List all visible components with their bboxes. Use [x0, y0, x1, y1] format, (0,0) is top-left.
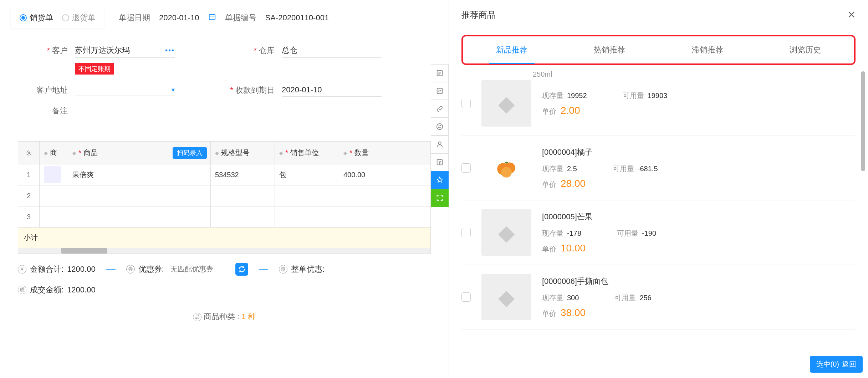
star-icon	[436, 176, 444, 184]
scroll-thumb[interactable]	[61, 248, 107, 254]
user-icon	[436, 141, 444, 148]
table-row[interactable]: 2	[18, 185, 430, 206]
coupon-input[interactable]	[168, 263, 232, 275]
unit-cell[interactable]	[275, 206, 339, 227]
recommend-list[interactable]: 250ml ◆ 现存量19952 可用量19903 单价2.00	[449, 70, 868, 378]
price-label: 单价	[542, 310, 556, 317]
recommend-item[interactable]: [0000004]橘子 现存量2.5 可用量-681.5 单价28.00	[461, 136, 856, 200]
favorite-tool-button[interactable]	[431, 171, 449, 189]
tab-new[interactable]: 新品推荐	[485, 38, 538, 62]
item-name: [0000006]手撕面包	[542, 276, 856, 287]
spec-cell[interactable]: 534532	[211, 164, 275, 185]
panel-header: 推荐商品 ✕	[449, 0, 868, 30]
recommend-item[interactable]: ◆ 现存量19952 可用量19903 单价2.00	[461, 71, 856, 136]
list-icon	[436, 69, 444, 77]
doc-date-value[interactable]: 2020-01-10	[159, 13, 199, 22]
chevron-down-icon[interactable]: ▾	[172, 86, 175, 94]
product-name-cell[interactable]	[68, 185, 211, 206]
radio-icon	[20, 14, 27, 21]
warehouse-field[interactable]: 总仓	[282, 43, 382, 58]
refresh-button[interactable]	[235, 263, 248, 276]
spec-column[interactable]: ◆规格型号	[211, 142, 275, 164]
tab-slow[interactable]: 滞销推荐	[681, 38, 734, 62]
spec-cell[interactable]	[211, 185, 275, 206]
product-thumb-cell	[40, 206, 68, 227]
table-row[interactable]: 1 果倍爽 534532 包 400.00	[18, 164, 430, 185]
doc-type-radio-group: 销货单 退货单	[11, 7, 104, 29]
radio-sales-order[interactable]: 销货单	[20, 12, 53, 23]
stock-value: 2.5	[567, 165, 577, 173]
qty-cell[interactable]	[339, 185, 382, 206]
remark-field[interactable]	[75, 109, 253, 113]
currency-tool-button[interactable]	[431, 153, 449, 171]
radio-label: 退货单	[72, 12, 96, 23]
doc-date-label: 单据日期	[119, 12, 150, 23]
item-checkbox[interactable]	[461, 292, 471, 302]
user-tool-button[interactable]	[431, 136, 449, 153]
settings-column[interactable]	[18, 142, 40, 164]
qty-column[interactable]: ◆*数量	[339, 142, 382, 164]
selected-return-button[interactable]: 选中(0) 返回	[810, 356, 863, 373]
svg-point-9	[501, 167, 512, 178]
vertical-scrollbar[interactable]	[861, 71, 865, 171]
ellipsis-icon[interactable]: •••	[165, 46, 175, 55]
tab-hot[interactable]: 热销推荐	[583, 38, 636, 62]
recommend-item[interactable]: ◆ [0000005]芒果 现存量-178 可用量-190 单价10.00	[461, 200, 856, 265]
horizontal-scrollbar[interactable]	[18, 248, 430, 254]
avail-label: 可用量	[617, 229, 638, 237]
item-checkbox[interactable]	[461, 99, 471, 108]
product-image: ◆	[481, 209, 531, 256]
customer-field[interactable]: 苏州万达沃尔玛 •••	[75, 43, 175, 58]
col-label: 数量	[354, 148, 369, 158]
table-row[interactable]: 3	[18, 206, 430, 228]
qty-cell[interactable]	[339, 206, 382, 227]
discount-icon: 惠	[279, 265, 287, 274]
close-button[interactable]: ✕	[847, 9, 856, 21]
stock-label: 现存量	[542, 92, 563, 99]
unit-cell[interactable]	[275, 185, 339, 206]
footer-summary: 品 商品种类 : 1 种	[0, 304, 449, 329]
product-column[interactable]: ◆*商品 扫码录入	[68, 142, 211, 164]
radio-icon	[62, 14, 69, 21]
expand-tool-button[interactable]	[431, 189, 449, 207]
unit-column[interactable]: ◆*销售单位	[275, 142, 339, 164]
image-column[interactable]: ◆商	[40, 142, 68, 164]
product-image: ◆	[481, 274, 531, 320]
recommend-tabs: 新品推荐 热销推荐 滞销推荐 浏览历史	[463, 38, 854, 62]
scan-input-button[interactable]: 扫码录入	[173, 147, 207, 159]
total-amount: ¥ 金额合计: 1200.00	[18, 264, 96, 275]
item-checkbox[interactable]	[461, 163, 471, 173]
spec-cell[interactable]	[211, 206, 275, 227]
deal-icon: 成	[18, 286, 26, 294]
radio-return-order[interactable]: 退货单	[62, 12, 96, 23]
coupon-label: 优惠券:	[138, 264, 164, 275]
qty-cell[interactable]: 400.00	[339, 164, 382, 185]
avail-value: -681.5	[638, 165, 658, 173]
unit-cell[interactable]: 包	[275, 164, 339, 185]
discount-label: 整单优惠:	[291, 264, 325, 275]
kind-label: 商品种类 :	[204, 312, 239, 321]
price-label: 单价	[542, 180, 556, 188]
kind-suffix: 种	[248, 312, 256, 321]
list-tool-button[interactable]	[431, 64, 449, 82]
chart-tool-button[interactable]	[431, 82, 449, 100]
coupon-icon: 券	[126, 265, 135, 274]
item-checkbox[interactable]	[461, 228, 471, 237]
link-icon	[436, 105, 444, 113]
tab-history[interactable]: 浏览历史	[779, 38, 832, 62]
link-tool-button[interactable]	[431, 100, 449, 118]
customer-label: 客户	[18, 45, 68, 56]
calendar-icon[interactable]	[208, 13, 216, 23]
recommend-item[interactable]: ◆ [0000006]手撕面包 现存量300 可用量256 单价38.00	[461, 265, 856, 330]
doc-number-label: 单据编号	[225, 12, 256, 23]
product-name-cell[interactable]	[68, 206, 211, 227]
sales-order-form: 销货单 退货单 单据日期 2020-01-10 单据编号 SA-20200110…	[0, 0, 449, 378]
panel-footer: 选中(0) 返回	[810, 356, 863, 373]
selected-count: 选中(0)	[816, 359, 839, 369]
swap-tool-button[interactable]	[431, 118, 449, 136]
address-field[interactable]: ▾	[75, 84, 175, 96]
recommend-panel: 推荐商品 ✕ 新品推荐 热销推荐 滞销推荐 浏览历史 250ml ◆ 现存量19…	[449, 0, 868, 378]
product-name-cell[interactable]: 果倍爽	[68, 164, 211, 185]
row-index: 3	[18, 206, 40, 227]
due-date-field[interactable]: 2020-01-10	[282, 83, 382, 97]
